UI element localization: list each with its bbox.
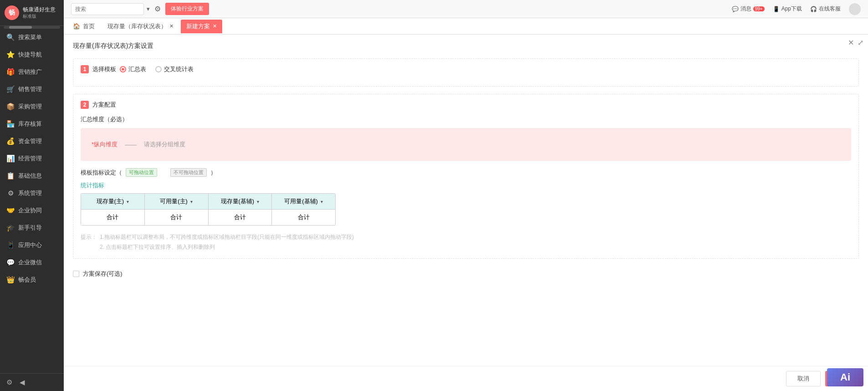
- non-draggable-tag: 不可拖动位置: [170, 168, 207, 177]
- stats-section-label: 统计指标: [81, 181, 851, 190]
- save-checkbox[interactable]: [73, 271, 79, 277]
- tip-line-2: 提示： 2. 点击标题栏下拉可设置排序、插入列和删除列: [81, 242, 851, 252]
- stats-table-header-row: 现存量(主) ▾ 可用量(主) ▾ 现存量(基辅: [81, 194, 335, 210]
- step1-header: 1 选择模板 汇总表 交叉统计表: [81, 65, 851, 73]
- sidebar-item-inventory[interactable]: 🏪 库存核算: [0, 115, 64, 133]
- search-icon: 🔍: [6, 33, 15, 41]
- store-icon: 🏪: [6, 120, 15, 128]
- sidebar-item-quick-nav[interactable]: ⭐ 快捷导航: [0, 46, 64, 63]
- app-logo-icon: 畅: [5, 5, 19, 20]
- cancel-button[interactable]: 取消: [786, 371, 821, 386]
- page-title: 现存量(库存状况表)方案设置: [73, 42, 859, 50]
- sidebar-item-wechat[interactable]: 💬 企业微信: [0, 254, 64, 271]
- panel-close-icon[interactable]: ✕: [848, 38, 854, 47]
- sidebar-item-management[interactable]: 📊 经营管理: [0, 150, 64, 167]
- summary-dimension-label: 汇总维度（必选）: [81, 115, 851, 123]
- app-logo-text: 畅康通好生意 标准版: [23, 6, 56, 20]
- cell-0-2: 合计: [209, 210, 272, 225]
- radio-cross-circle: [155, 66, 162, 72]
- topbar-right: 💬 消息 99+ 📱 App下载 🎧 在线客服: [732, 3, 861, 15]
- cell-0-0: 合计: [81, 210, 145, 225]
- content-area: ✕ ⤢ 现存量(库存状况表)方案设置 1 选择模板 汇总表: [64, 35, 868, 391]
- search-dropdown-icon[interactable]: ▾: [147, 5, 150, 12]
- crown-icon: 👑: [6, 276, 15, 284]
- col2-dropdown-icon[interactable]: ▾: [257, 199, 259, 204]
- step2-label: 方案配置: [92, 101, 116, 109]
- tab-home[interactable]: 🏠 首页: [67, 20, 100, 33]
- col-current-main: 现存量(主) ▾: [81, 194, 145, 210]
- cart-icon: 🛒: [6, 85, 15, 93]
- panel-expand-icon[interactable]: ⤢: [858, 38, 863, 47]
- tab-inventory-close-icon[interactable]: ✕: [169, 23, 174, 29]
- topbar: ▾ ⚙ 体验行业方案 💬 消息 99+ 📱 App下载 🎧 在线客服: [64, 0, 868, 18]
- gear-icon: ⚙: [6, 189, 15, 197]
- stats-table: 现存量(主) ▾ 可用量(主) ▾ 现存量(基辅: [81, 193, 336, 226]
- chart-icon: 📊: [6, 154, 15, 163]
- ai-badge[interactable]: Ai: [827, 368, 863, 386]
- box-icon: 📦: [6, 103, 15, 111]
- step1-num: 1: [81, 65, 89, 73]
- radio-summary[interactable]: 汇总表: [120, 65, 146, 73]
- message-btn[interactable]: 💬 消息 99+: [732, 5, 765, 13]
- download-icon: 📱: [773, 6, 780, 12]
- search-input[interactable]: [71, 3, 144, 15]
- sidebar-item-purchase[interactable]: 📦 采购管理: [0, 98, 64, 115]
- col-current-aux: 现存量(基辅) ▾: [209, 194, 272, 210]
- tip-line-1: 提示： 1.拖动标题栏可以调整布局，不可跨维度或指标区域拖动栏目字段(只能在同一…: [81, 232, 851, 242]
- topbar-gear-icon[interactable]: ⚙: [154, 5, 161, 13]
- tab-new-scheme-close-icon[interactable]: ✕: [213, 23, 217, 29]
- col1-dropdown-icon[interactable]: ▾: [190, 199, 193, 204]
- sidebar-item-search[interactable]: 🔍 搜索菜单: [0, 29, 64, 46]
- search-area: ▾: [71, 3, 150, 15]
- sidebar-item-sales[interactable]: 🛒 销售管理: [0, 81, 64, 98]
- sidebar: 畅 畅康通好生意 标准版 🔍 搜索菜单 ⭐ 快捷导航 🎁 营销推广 🛒 销售管理…: [0, 0, 64, 391]
- sidebar-item-enterprise[interactable]: 🤝 企业协同: [0, 202, 64, 219]
- step2-section: 2 方案配置 汇总维度（必选） *纵向维度 —— 请选择分组维度 模板: [73, 94, 859, 259]
- home-icon: 🏠: [73, 23, 80, 30]
- draggable-tag: 可拖动位置: [126, 168, 157, 177]
- col0-dropdown-icon[interactable]: ▾: [127, 199, 129, 204]
- col-available-aux: 可用量(基辅) ▾: [272, 194, 335, 210]
- tab-new-scheme[interactable]: 新建方案 ✕: [181, 20, 222, 33]
- template-radio-group: 汇总表 交叉统计表: [120, 65, 194, 73]
- step1-label: 选择模板: [92, 65, 116, 73]
- indicator-settings: 模板指标设定（ 可拖动位置 不可拖动位置 ）: [81, 168, 851, 177]
- sidebar-item-app-center[interactable]: 📱 应用中心: [0, 237, 64, 254]
- dimension-dash: ——: [125, 141, 137, 148]
- tips-section: 提示： 1.拖动标题栏可以调整布局，不可跨维度或指标区域拖动栏目字段(只能在同一…: [81, 232, 851, 252]
- dimension-hint: 请选择分组维度: [144, 140, 185, 149]
- indicator-settings-label: 模板指标设定（ 可拖动位置 不可拖动位置 ）: [81, 168, 851, 177]
- stats-table-data-row: 合计 合计 合计: [81, 210, 335, 225]
- sidebar-item-marketing[interactable]: 🎁 营销推广: [0, 63, 64, 81]
- footer-save-option: 方案保存(可选): [73, 266, 859, 282]
- radio-summary-circle: [120, 66, 126, 72]
- tab-inventory-status[interactable]: 现存量（库存状况表） ✕: [102, 20, 179, 33]
- sidebar-item-basic-info[interactable]: 📋 基础信息: [0, 167, 64, 185]
- online-service-btn[interactable]: 🎧 在线客服: [810, 5, 841, 13]
- graduation-icon: 🎓: [6, 224, 15, 232]
- content-inner: 现存量(库存状况表)方案设置 1 选择模板 汇总表 交叉统计表: [64, 35, 868, 366]
- radio-cross[interactable]: 交叉统计表: [155, 65, 194, 73]
- gift-icon: 🎁: [6, 68, 15, 76]
- sidebar-item-new-guide[interactable]: 🎓 新手引导: [0, 219, 64, 237]
- dimension-box[interactable]: *纵向维度 —— 请选择分组维度: [81, 128, 851, 161]
- col3-dropdown-icon[interactable]: ▾: [321, 199, 323, 204]
- app-download-btn[interactable]: 📱 App下载: [773, 5, 802, 13]
- message-badge: 99+: [753, 6, 765, 11]
- star-icon: ⭐: [6, 51, 15, 59]
- sidebar-item-finance[interactable]: 💰 资金管理: [0, 133, 64, 150]
- cell-0-1: 合计: [145, 210, 209, 225]
- sidebar-item-system[interactable]: ⚙ 系统管理: [0, 185, 64, 202]
- sidebar-item-member[interactable]: 👑 畅会员: [0, 271, 64, 288]
- settings-icon[interactable]: ⚙: [6, 378, 12, 386]
- cell-0-3: 合计: [272, 210, 335, 225]
- trial-btn[interactable]: 体验行业方案: [165, 3, 209, 15]
- save-checkbox-label: 方案保存(可选): [83, 270, 123, 278]
- col-available-main: 可用量(主) ▾: [145, 194, 209, 210]
- collapse-icon[interactable]: ◀: [20, 378, 25, 386]
- user-avatar[interactable]: [849, 3, 861, 15]
- topbar-left: ▾ ⚙ 体验行业方案: [71, 3, 209, 15]
- handshake-icon: 🤝: [6, 206, 15, 215]
- step2-header: 2 方案配置: [81, 101, 851, 109]
- action-bar: 取消 查询: [64, 366, 868, 391]
